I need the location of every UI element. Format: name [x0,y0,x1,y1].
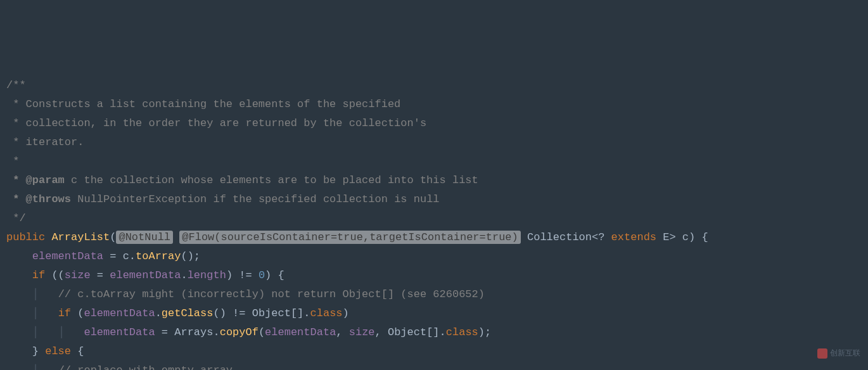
javadoc-line: * iterator. [6,136,84,148]
field-elementdata: elementData [32,250,103,262]
annotation-notnull: @NotNull [116,231,173,244]
watermark-logo-icon [817,348,827,359]
type-collection: Collection [527,231,592,243]
annotation-flow: @Flow(sourceIsContainer=true,targetIsCon… [179,231,521,244]
keyword-else: else [45,345,71,357]
watermark: 创新互联 [813,324,860,362]
javadoc-param-tag: * @param c the collection whose elements… [6,174,478,186]
code-editor-area[interactable]: /** * Constructs a list containing the e… [0,76,868,370]
constructor-name: ArrayList [51,231,110,243]
javadoc-line: * collection, in the order they are retu… [6,117,426,129]
javadoc-throws-tag: * @throws NullPointerException if the sp… [6,193,440,205]
javadoc-open: /** [6,79,26,91]
watermark-text: 创新互联 [830,348,860,357]
keyword-if: if [32,269,45,281]
keyword-public: public [6,231,45,243]
inline-comment: // c.toArray might (incorrectly) not ret… [58,288,485,300]
inline-comment: // replace with empty array. [58,364,239,370]
javadoc-line: * [6,155,19,167]
javadoc-line: * Constructs a list containing the eleme… [6,98,400,110]
javadoc-close: */ [6,212,26,224]
